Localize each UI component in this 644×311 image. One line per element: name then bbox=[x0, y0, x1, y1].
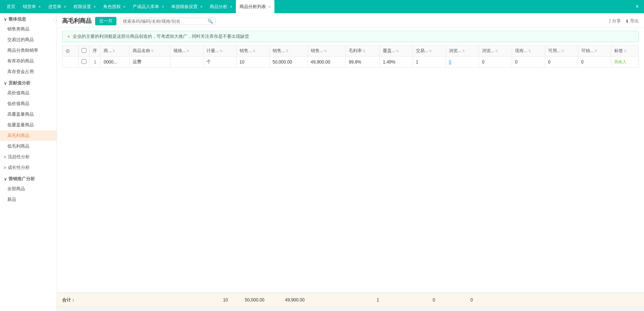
cell-gear bbox=[62, 57, 79, 68]
nav-tab-analysis-close[interactable]: × bbox=[230, 5, 232, 9]
content-header: 高毛利商品 近一月 🔍 ⤴ 分享 ⬇ 导出 bbox=[57, 13, 644, 28]
search-icon[interactable]: 🔍 bbox=[208, 19, 213, 24]
chevron-down-icon: ∨ bbox=[4, 17, 7, 22]
nav-tab-home[interactable]: 首页 bbox=[3, 0, 19, 13]
nav-tab-sales[interactable]: 销货单 × bbox=[19, 0, 44, 13]
gear-icon[interactable]: ⚙ bbox=[65, 48, 70, 54]
cell-stock-avail: 0 bbox=[545, 57, 578, 68]
cell-stock-sale: 0 bbox=[578, 57, 611, 68]
col-unit[interactable]: 计量...⇅ bbox=[203, 46, 236, 57]
cell-trade: 1 bbox=[413, 57, 446, 68]
sidebar-item-traded-goods[interactable]: 交易过的商品 bbox=[0, 35, 57, 45]
col-checkbox bbox=[79, 46, 90, 57]
nav-tab-purchase[interactable]: 进货单 × bbox=[44, 0, 70, 13]
window-close-button[interactable]: × bbox=[633, 3, 641, 11]
table-row: 1 0000... 运费 个 10 50,000.00 49,900.00 99… bbox=[62, 57, 639, 68]
col-code[interactable]: 商...⇅ bbox=[101, 46, 130, 57]
sidebar-item-high-value[interactable]: 高价值商品 bbox=[0, 88, 57, 98]
nav-tab-analysis[interactable]: 商品分析 × bbox=[206, 0, 236, 13]
col-sale-qty[interactable]: 销售...⇅ bbox=[236, 46, 269, 57]
sidebar-item-category-rate[interactable]: 商品分类助销率 bbox=[0, 45, 57, 56]
col-view1[interactable]: 浏览...⇅ bbox=[446, 46, 479, 57]
cell-view2: 0 bbox=[479, 57, 512, 68]
sidebar-item-low-coverage[interactable]: 低覆盖量商品 bbox=[0, 120, 57, 130]
info-icon: ✦ bbox=[67, 34, 71, 39]
footer-sale-profit: 49,900.00 bbox=[282, 297, 307, 303]
col-margin[interactable]: 毛利率⇅ bbox=[346, 46, 380, 57]
search-box: 🔍 bbox=[120, 18, 216, 25]
cell-seq: 1 bbox=[90, 57, 101, 68]
table-header-row: ⚙ 序 商...⇅ 商品名称⇅ 规格...⇅ 计量...⇅ 销售...⇅ 销售.… bbox=[62, 46, 639, 57]
chevron-down-icon-3: ∨ bbox=[4, 177, 7, 182]
chevron-right-icon: > bbox=[4, 155, 6, 160]
col-name[interactable]: 商品名称⇅ bbox=[130, 46, 170, 57]
nav-tab-template[interactable]: 单据模板设置 × bbox=[168, 0, 206, 13]
col-trade[interactable]: 交易...⇅ bbox=[413, 46, 446, 57]
nav-tab-role-close[interactable]: × bbox=[123, 5, 126, 9]
col-spec[interactable]: 规格...⇅ bbox=[170, 46, 203, 57]
sidebar-item-sales-goods[interactable]: 销售类商品 bbox=[0, 24, 57, 35]
cell-coverage: 1.49% bbox=[380, 57, 413, 68]
sidebar-group-overall[interactable]: ∨ 整体信息 bbox=[0, 13, 57, 24]
footer-stock-sale: 0 bbox=[468, 297, 476, 303]
sidebar-group-growth[interactable]: > 成长性分析 bbox=[0, 162, 57, 173]
sidebar-item-low-value[interactable]: 低价值商品 bbox=[0, 98, 57, 109]
cell-checkbox[interactable] bbox=[79, 57, 90, 68]
footer-stock-cur: 0 bbox=[430, 297, 438, 303]
nav-tab-purchase-close[interactable]: × bbox=[64, 5, 66, 9]
nav-tab-permission-close[interactable]: × bbox=[94, 5, 96, 9]
nav-tab-warehouse-close[interactable]: × bbox=[162, 5, 164, 9]
sidebar-group-contribution[interactable]: ∨ 贡献值分析 bbox=[0, 77, 57, 88]
col-seq: 序 bbox=[90, 46, 101, 57]
nav-tab-analysis-list[interactable]: 商品分析列表 × bbox=[236, 0, 274, 13]
sidebar-item-high-coverage[interactable]: 高覆盖量商品 bbox=[0, 109, 57, 120]
filter-recent-month-button[interactable]: 近一月 bbox=[95, 17, 116, 25]
nav-tab-warehouse[interactable]: 产成品入库单 × bbox=[129, 0, 168, 13]
sidebar-item-low-margin[interactable]: 低毛利商品 bbox=[0, 141, 57, 152]
sidebar-group-flow[interactable]: > 流趋性分析 bbox=[0, 152, 57, 162]
header-actions: ⤴ 分享 ⬇ 导出 bbox=[609, 18, 639, 24]
cell-sale-profit: 49,900.00 bbox=[307, 57, 346, 68]
sidebar-item-in-stock[interactable]: 有库存的商品 bbox=[0, 56, 57, 66]
col-tag[interactable]: 标签⇅ bbox=[611, 46, 638, 57]
sidebar-group-marketing[interactable]: ∨ 营销推广分析 bbox=[0, 173, 57, 184]
sidebar-item-new-goods[interactable]: 新品 bbox=[0, 194, 57, 205]
info-banner: ✦ 企业的主要的利润都是这部分商品创造的，可考虑加大推广，同时关注库存是不要出现… bbox=[62, 31, 639, 42]
sidebar-item-all-goods[interactable]: 全部商品 bbox=[0, 184, 57, 194]
footer-cells: 10 50,000.00 49,900.00 1 0 0 bbox=[91, 297, 639, 303]
content-area: 高毛利商品 近一月 🔍 ⤴ 分享 ⬇ 导出 ✦ 企业的主要的利润都是这部分商品创… bbox=[57, 13, 644, 311]
cell-view1: 0 bbox=[446, 57, 479, 68]
nav-tab-sales-close[interactable]: × bbox=[39, 5, 41, 9]
nav-tab-template-close[interactable]: × bbox=[200, 5, 202, 9]
export-icon: ⬇ bbox=[625, 19, 629, 24]
col-coverage[interactable]: 覆盖...⇅ bbox=[380, 46, 413, 57]
footer-label: 合计： bbox=[62, 297, 91, 303]
sidebar-item-stock-capital[interactable]: 库存资金占用 bbox=[0, 66, 57, 77]
cell-margin: 99.8% bbox=[346, 57, 380, 68]
table-footer: 合计： 10 50,000.00 49,900.00 1 0 0 bbox=[57, 293, 644, 307]
page-title: 高毛利商品 bbox=[62, 17, 91, 25]
share-icon: ⤴ bbox=[609, 19, 611, 24]
col-sale-amt[interactable]: 销售...⇅ bbox=[269, 46, 307, 57]
nav-tab-role[interactable]: 角色授权 × bbox=[100, 0, 129, 13]
row-checkbox[interactable] bbox=[82, 59, 86, 64]
export-button[interactable]: ⬇ 导出 bbox=[625, 18, 639, 24]
select-all-checkbox[interactable] bbox=[82, 48, 86, 53]
bottom-scrollbar[interactable] bbox=[57, 307, 644, 311]
chevron-down-icon-2: ∨ bbox=[4, 81, 7, 86]
col-stock-sale[interactable]: 可销...⇅ bbox=[578, 46, 611, 57]
search-input[interactable] bbox=[123, 19, 206, 24]
cell-stock-cur: 0 bbox=[512, 57, 545, 68]
cell-sale-amt: 50,000.00 bbox=[269, 57, 307, 68]
col-gear[interactable]: ⚙ bbox=[62, 46, 79, 57]
col-view2[interactable]: 浏览...⇅ bbox=[479, 46, 512, 57]
sidebar-item-high-margin[interactable]: 高毛利商品 bbox=[0, 130, 57, 141]
col-stock-cur[interactable]: 现有...⇅ bbox=[512, 46, 545, 57]
col-stock-avail[interactable]: 可用...⇅ bbox=[545, 46, 578, 57]
nav-tab-analysis-list-close[interactable]: × bbox=[269, 5, 271, 9]
data-table: ⚙ 序 商...⇅ 商品名称⇅ 规格...⇅ 计量...⇅ 销售...⇅ 销售.… bbox=[62, 45, 639, 68]
col-sale-profit[interactable]: 销售...⇅ bbox=[307, 46, 346, 57]
cell-tag: 高收入 bbox=[611, 57, 638, 68]
nav-tab-permission[interactable]: 权限设置 × bbox=[70, 0, 100, 13]
share-button[interactable]: ⤴ 分享 bbox=[609, 18, 621, 24]
